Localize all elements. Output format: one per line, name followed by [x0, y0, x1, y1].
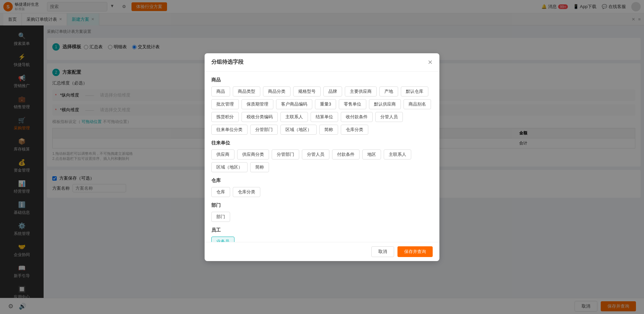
section-title-product: 商品 — [211, 77, 433, 83]
field-chip[interactable]: 客户商品编码 — [276, 99, 312, 109]
modal-title: 分组待选字段 — [211, 59, 244, 66]
field-chip[interactable]: 主要供应商 — [345, 86, 377, 97]
field-chip[interactable]: 分管部门 — [272, 149, 299, 160]
section-title-department: 部门 — [211, 202, 433, 208]
field-grid-warehouse: 仓库 仓库分类 — [211, 187, 433, 197]
field-grid-partner: 供应商 供应商分类 分管部门 分管人员 付款条件 地区 主联系人 区域（地区） … — [211, 149, 433, 172]
field-chip[interactable]: 品牌 — [323, 86, 342, 97]
field-chip[interactable]: 简称 — [250, 162, 269, 172]
field-chip[interactable]: 结算单位 — [311, 112, 338, 122]
field-chip[interactable]: 拣货积分 — [211, 112, 239, 122]
field-chip[interactable]: 重量3 — [315, 99, 336, 109]
field-chip[interactable]: 分管人员 — [375, 112, 403, 122]
modal-overlay: 分组待选字段 ✕ 商品 商品 商品类型 商品分类 规格型号 品牌 主要供应商 产… — [0, 0, 644, 314]
field-chip-selected[interactable]: 业务员 — [211, 237, 234, 242]
field-chip[interactable]: 默认供应商 — [369, 99, 401, 109]
cancel-button[interactable]: 取消 — [371, 246, 394, 257]
field-chip[interactable]: 批次管理 — [211, 99, 239, 109]
field-chip[interactable]: 往来单位分类 — [211, 125, 248, 135]
field-chip[interactable]: 分管人员 — [302, 149, 329, 160]
field-chip[interactable]: 地区 — [362, 149, 381, 160]
field-chip[interactable]: 供应商分类 — [237, 149, 269, 160]
field-grid-department: 部门 — [211, 212, 433, 222]
field-chip[interactable]: 商品别名 — [404, 99, 431, 109]
save-button[interactable]: 保存并查询 — [397, 246, 433, 257]
field-chip[interactable]: 规格型号 — [293, 86, 321, 97]
field-chip[interactable]: 区域（地区） — [280, 125, 317, 135]
field-chip[interactable]: 商品 — [211, 86, 230, 97]
field-chip[interactable]: 供应商 — [211, 149, 234, 160]
modal-close-icon[interactable]: ✕ — [428, 59, 433, 66]
field-chip[interactable]: 简称 — [319, 125, 338, 135]
field-chip[interactable]: 保质期管理 — [241, 99, 273, 109]
field-chip[interactable]: 主联系人 — [384, 149, 411, 160]
field-chip[interactable]: 零售单位 — [339, 99, 366, 109]
field-chip[interactable]: 部门 — [211, 212, 230, 222]
modal-body[interactable]: 商品 商品 商品类型 商品分类 规格型号 品牌 主要供应商 产地 默认仓库 批次… — [205, 72, 439, 242]
section-title-warehouse: 仓库 — [211, 178, 433, 184]
field-chip[interactable]: 默认仓库 — [401, 86, 428, 97]
modal-header: 分组待选字段 ✕ — [205, 53, 439, 72]
section-title-partner: 往来单位 — [211, 140, 433, 146]
field-chip[interactable]: 仓库 — [211, 187, 230, 197]
field-chip[interactable]: 仓库分类 — [233, 187, 260, 197]
modal-footer: 取消 保存并查询 — [205, 242, 439, 261]
field-chip[interactable]: 商品类型 — [233, 86, 260, 97]
field-chip[interactable]: 区域（地区） — [211, 162, 248, 172]
field-chip[interactable]: 仓库分类 — [341, 125, 368, 135]
field-chip[interactable]: 产地 — [379, 86, 398, 97]
field-grid-staff: 业务员 — [211, 237, 433, 242]
modal: 分组待选字段 ✕ 商品 商品 商品类型 商品分类 规格型号 品牌 主要供应商 产… — [205, 53, 439, 261]
field-chip[interactable]: 主联系人 — [280, 112, 308, 122]
field-grid-product: 商品 商品类型 商品分类 规格型号 品牌 主要供应商 产地 默认仓库 批次管理 … — [211, 86, 433, 135]
field-chip[interactable]: 税收分类编码 — [241, 112, 278, 122]
field-chip[interactable]: 付款条件 — [332, 149, 360, 160]
field-chip[interactable]: 收付款条件 — [341, 112, 373, 122]
field-chip[interactable]: 商品分类 — [263, 86, 290, 97]
section-title-staff: 员工 — [211, 227, 433, 233]
field-chip[interactable]: 分管部门 — [250, 125, 278, 135]
